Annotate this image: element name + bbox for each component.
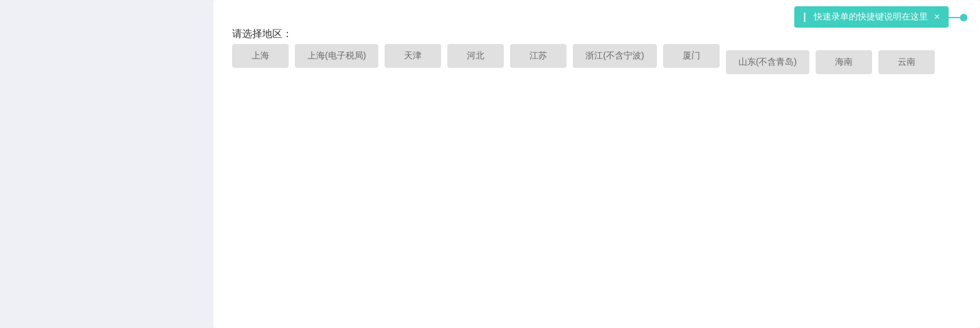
tooltip-connector-line: [949, 17, 960, 18]
region-btn-tianjin[interactable]: 天津: [385, 44, 441, 68]
region-btn-shanghai[interactable]: 上海: [232, 44, 289, 68]
region-btn-jiangsu[interactable]: 江苏: [510, 44, 567, 68]
tooltip-text: 快速录单的快捷键说明在这里: [814, 11, 928, 23]
region-btn-zhejiang[interactable]: 浙江(不含宁波): [573, 44, 656, 68]
region-buttons-container: 上海上海(电子税局)天津河北江苏浙江(不含宁波)厦门山东(不含青岛)海南云南: [232, 44, 954, 74]
left-sidebar: [0, 0, 213, 328]
tooltip-close-button[interactable]: ×: [934, 11, 940, 23]
region-btn-shandong[interactable]: 山东(不含青岛): [726, 50, 809, 74]
region-btn-hebei[interactable]: 河北: [447, 44, 504, 68]
region-btn-yunnan[interactable]: 云南: [878, 50, 935, 74]
tooltip-connector-dot: [960, 14, 967, 21]
main-content: 请选择地区： 上海上海(电子税局)天津河北江苏浙江(不含宁波)厦门山东(不含青岛…: [213, 0, 980, 328]
region-btn-shanghai-e-tax[interactable]: 上海(电子税局): [295, 44, 378, 68]
region-btn-hainan[interactable]: 海南: [816, 50, 872, 74]
region-label: 请选择地区：: [232, 28, 292, 41]
tooltip-banner: 快速录单的快捷键说明在这里 ×: [794, 6, 949, 28]
region-btn-xiamen[interactable]: 厦门: [663, 44, 720, 68]
